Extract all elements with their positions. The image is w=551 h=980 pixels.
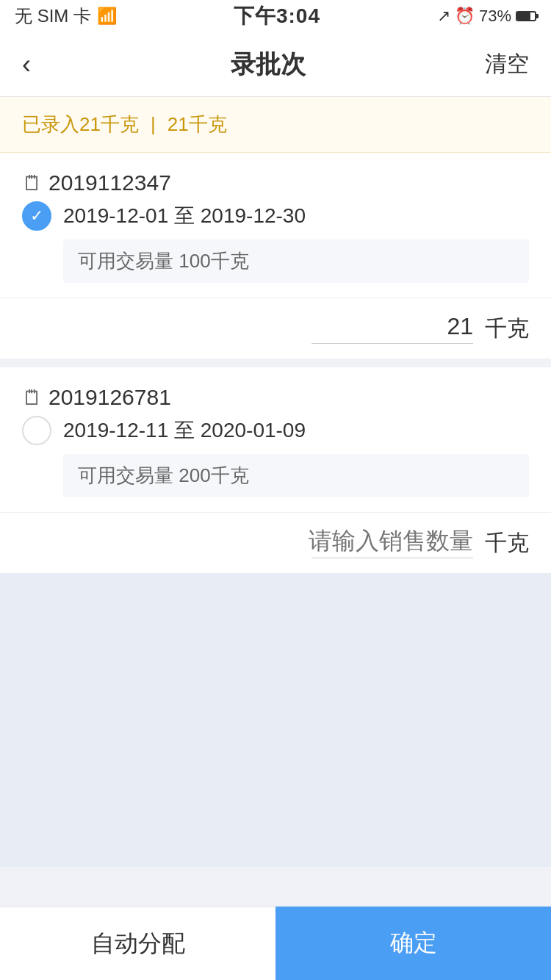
batch-header-1: 🗒 2019112347	[22, 170, 529, 195]
batch-header-2: 🗒 2019126781	[22, 385, 529, 410]
checkmark-icon-1: ✓	[30, 206, 43, 226]
bottom-bar: 自动分配 确定	[0, 907, 551, 980]
batch-date-1: 2019-12-01 至 2019-12-30	[63, 202, 306, 230]
location-icon: ↗	[437, 7, 450, 26]
quantity-unit-2: 千克	[485, 528, 529, 558]
confirm-button[interactable]: 确定	[276, 907, 551, 980]
content-area	[0, 573, 551, 867]
wifi-icon: 📶	[97, 7, 117, 26]
battery-percent: 73%	[479, 7, 511, 26]
auto-distribute-button[interactable]: 自动分配	[0, 907, 276, 980]
batch-icon-1: 🗒	[22, 171, 43, 195]
quantity-input-2[interactable]	[253, 527, 473, 555]
batch-id-1: 2019112347	[48, 170, 171, 195]
batch-date-row-2: 2019-12-11 至 2020-01-09	[22, 416, 529, 445]
batch-date-2: 2019-12-11 至 2020-01-09	[63, 417, 306, 444]
batch-item-2: 🗒 2019126781 2019-12-11 至 2020-01-09 可用交…	[0, 367, 551, 512]
page-title: 录批次	[66, 48, 470, 82]
summary-bar: 已录入21千克 | 21千克	[0, 97, 551, 153]
batch-availability-2: 可用交易量 200千克	[63, 454, 529, 497]
summary-label: 已录入21千克	[22, 112, 139, 137]
radio-btn-1[interactable]: ✓	[22, 201, 51, 231]
summary-divider: |	[151, 113, 156, 136]
summary-value: 21千克	[168, 112, 227, 137]
batch-item-1: 🗒 2019112347 ✓ 2019-12-01 至 2019-12-30 可…	[0, 153, 551, 298]
batch-availability-1: 可用交易量 100千克	[63, 239, 529, 283]
batch-date-row-1: ✓ 2019-12-01 至 2019-12-30	[22, 201, 529, 231]
nav-bar: ‹ 录批次 清空	[0, 32, 551, 97]
clear-button[interactable]: 清空	[470, 49, 529, 79]
quantity-input-1[interactable]	[363, 313, 473, 340]
radio-btn-2[interactable]	[22, 416, 51, 445]
status-time: 下午3:04	[234, 2, 320, 30]
quantity-wrapper-1	[311, 313, 473, 344]
battery-icon	[516, 11, 536, 21]
status-left: 无 SIM 卡 📶	[15, 4, 117, 28]
quantity-unit-1: 千克	[485, 314, 529, 344]
quantity-row-1: 千克	[0, 298, 551, 359]
batch-id-2: 2019126781	[48, 385, 171, 410]
batch-icon-2: 🗒	[22, 386, 43, 410]
quantity-wrapper-2	[253, 527, 473, 558]
quantity-row-2: 千克	[0, 512, 551, 573]
item-separator	[0, 359, 551, 367]
status-bar: 无 SIM 卡 📶 下午3:04 ↗ ⏰ 73%	[0, 0, 551, 32]
back-button[interactable]: ‹	[22, 49, 66, 80]
alarm-icon: ⏰	[455, 7, 475, 26]
carrier-label: 无 SIM 卡	[15, 4, 91, 28]
status-right: ↗ ⏰ 73%	[437, 7, 536, 26]
